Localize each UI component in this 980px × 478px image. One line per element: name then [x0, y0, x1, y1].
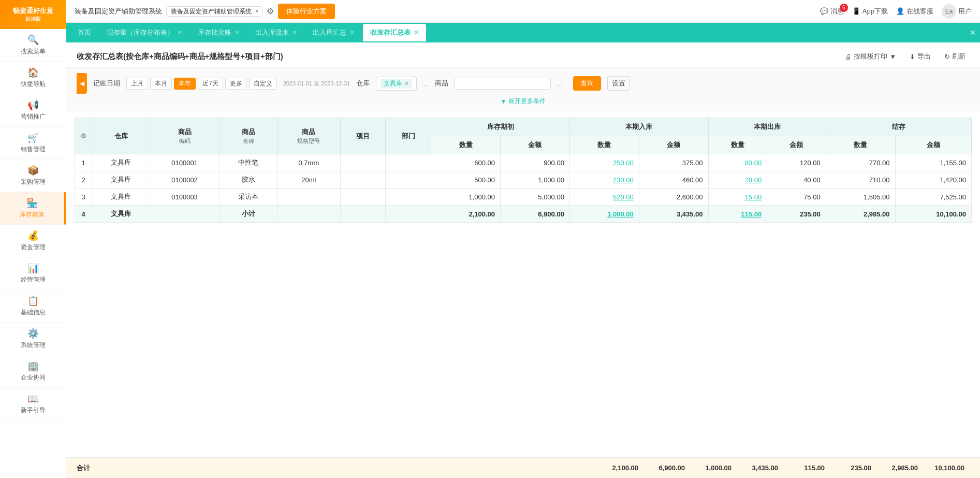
tab-close-inventory-dist[interactable]: ✕ [177, 29, 182, 36]
date-btn-上月[interactable]: 上月 [126, 78, 148, 90]
sidebar-icon-purchase: 📦 [27, 165, 39, 176]
expand-conditions-btn[interactable]: ▼ 展开更多条件 [501, 97, 546, 106]
row-out-qty[interactable]: 15.00 [708, 189, 767, 206]
date-btn-近7天[interactable]: 近7天 [198, 78, 223, 90]
warehouse-tag-close[interactable]: ✕ [404, 80, 409, 87]
sidebar-icon-sales: 🛒 [27, 132, 39, 143]
filter-collapse-btn[interactable]: ◀ [77, 73, 87, 94]
settings-btn[interactable]: 设置 [607, 76, 630, 91]
user-item[interactable]: Ea 用户 [942, 4, 972, 19]
filter-collapse-wrap: ◀ [77, 73, 87, 94]
row-product-spec [277, 206, 340, 223]
app-download-item[interactable]: 📱 App下载 [852, 7, 888, 16]
gear-icon[interactable]: ⚙ [267, 6, 274, 16]
sidebar-label-operations: 经营管理 [21, 276, 46, 284]
date-btn-自定义[interactable]: 自定义 [249, 78, 277, 90]
sidebar-item-inventory[interactable]: 🏪 库存核算 [0, 192, 66, 225]
row-in-qty[interactable]: 520.00 [569, 189, 639, 206]
tab-inout-summary[interactable]: 出入库汇总✕ [305, 24, 362, 41]
tab-label-inventory-dist: 现存量（库存分布表） [107, 28, 174, 37]
row-in-qty[interactable]: 230.00 [569, 171, 639, 189]
row-out-amount: 235.00 [767, 206, 826, 223]
tab-close-inout-summary[interactable]: ✕ [349, 29, 355, 36]
tab-close-inout-flow[interactable]: ✕ [292, 29, 297, 36]
row-no: 2 [75, 171, 92, 189]
tab-close-batch[interactable]: ✕ [235, 29, 240, 36]
system-select[interactable]: 装备及固定资产辅助管理系统 [166, 6, 262, 17]
total-out-qty: 115.00 [783, 462, 830, 474]
total-out-amount: 235.00 [830, 462, 876, 474]
warehouse-filter-input[interactable]: 文具库 ✕ [376, 77, 417, 91]
date-btn-本年[interactable]: 本年 [174, 78, 196, 90]
row-out-qty[interactable]: 80.00 [708, 154, 767, 171]
tab-home[interactable]: 首页 [70, 24, 98, 41]
bottom-total-bar: 合计 2,100.00 6,900.00 1,000.00 3,435.00 1… [66, 457, 980, 478]
sidebar-label-finance: 资金管理 [21, 243, 46, 252]
sidebar-icon-operations: 📊 [27, 263, 39, 274]
online-service-item[interactable]: 👤 在线客服 [896, 7, 933, 16]
row-balance-amount: 7,525.00 [895, 189, 971, 206]
expand-row: ▼ 展开更多条件 [77, 94, 970, 106]
row-opening-qty: 500.00 [431, 171, 501, 189]
tab-label-inout-summary: 出入库汇总 [313, 28, 346, 37]
query-btn[interactable]: 查询 [573, 76, 601, 91]
row-department [386, 171, 431, 189]
th-project: 项目 [340, 118, 386, 154]
sidebar-item-guide[interactable]: 📖 新手引导 [0, 388, 66, 421]
product-filter-input[interactable] [455, 78, 551, 90]
th-opening: 库存期初 [431, 118, 570, 136]
sidebar-icon-search: 🔍 [27, 34, 39, 46]
export-btn[interactable]: ⬇ 导出 [905, 50, 935, 63]
refresh-btn[interactable]: ↻ 刷新 [940, 50, 970, 63]
row-out-qty[interactable]: 20.00 [708, 171, 767, 189]
row-in-amount: 3,435.00 [639, 206, 708, 223]
sidebar-item-purchase[interactable]: 📦 采购管理 [0, 160, 66, 192]
sidebar-item-enterprise[interactable]: 🏢 企业协同 [0, 355, 66, 388]
tab-inout-flow[interactable]: 出入库流水✕ [248, 24, 304, 41]
date-btn-本月[interactable]: 本月 [150, 78, 172, 90]
tab-collect-summary[interactable]: 收发存汇总表✕ [363, 24, 426, 41]
product-more-btn[interactable]: ... [557, 80, 563, 88]
sidebar: 畅捷通好生意 标准版 🔍 搜索菜单 🏠 快捷导航 📢 营销推广 🛒 销售管理 📦… [0, 0, 66, 478]
product-search-input[interactable] [459, 80, 546, 88]
sidebar-item-system[interactable]: ⚙️ 系统管理 [0, 323, 66, 355]
sidebar-label-marketing: 营销推广 [21, 112, 46, 121]
th-out-qty: 数量 [708, 136, 767, 154]
app-download-label: App下载 [862, 7, 888, 16]
tab-label-home: 首页 [78, 28, 91, 37]
th-product-code: 商品编码 [150, 118, 220, 154]
logo-subtitle: 标准版 [13, 16, 53, 23]
th-settings[interactable]: ⚙ [75, 118, 92, 154]
th-product-name: 商品名称 [219, 118, 277, 154]
sidebar-item-operations[interactable]: 📊 经营管理 [0, 257, 66, 290]
row-opening-amount: 6,900.00 [501, 206, 570, 223]
print-btn[interactable]: 🖨 按模板打印 ▼ [841, 50, 900, 63]
product-filter-label: 商品 [435, 79, 448, 88]
tab-close-collect-summary[interactable]: ✕ [414, 29, 419, 36]
topbar-left: 装备及固定资产辅助管理系统 装备及固定资产辅助管理系统 ⚙ 体验行业方案 [75, 4, 335, 19]
total-opening-amount: 6,900.00 [643, 462, 690, 474]
column-settings-icon[interactable]: ⚙ [80, 132, 86, 140]
sidebar-item-finance[interactable]: 💰 资金管理 [0, 225, 66, 257]
row-opening-qty: 1,000.00 [431, 189, 501, 206]
row-project [340, 154, 386, 171]
warehouse-more-btn[interactable]: ... [423, 80, 429, 88]
message-icon-item[interactable]: 💬 消息 6 [820, 7, 844, 16]
sidebar-item-search[interactable]: 🔍 搜索菜单 [0, 29, 66, 62]
th-balance: 结存 [826, 118, 971, 136]
tab-inventory-dist[interactable]: 现存量（库存分布表）✕ [99, 24, 189, 41]
row-in-qty[interactable]: 250.00 [569, 154, 639, 171]
close-all-tabs-icon[interactable]: ✕ [970, 28, 976, 37]
sidebar-item-quick-nav[interactable]: 🏠 快捷导航 [0, 62, 66, 94]
experience-btn[interactable]: 体验行业方案 [278, 4, 335, 19]
avatar-text: Ea [945, 8, 953, 15]
sidebar-item-basic-info[interactable]: 📋 基础信息 [0, 290, 66, 323]
sidebar-item-sales[interactable]: 🛒 销售管理 [0, 127, 66, 160]
row-opening-amount: 5,000.00 [501, 189, 570, 206]
date-btn-更多[interactable]: 更多 [225, 78, 247, 90]
sidebar-item-marketing[interactable]: 📢 营销推广 [0, 94, 66, 127]
row-warehouse: 文具库 [92, 206, 150, 223]
tab-batch[interactable]: 库存批次账✕ [191, 24, 247, 41]
sidebar-icon-system: ⚙️ [27, 328, 39, 339]
row-balance-qty: 770.00 [826, 154, 895, 171]
